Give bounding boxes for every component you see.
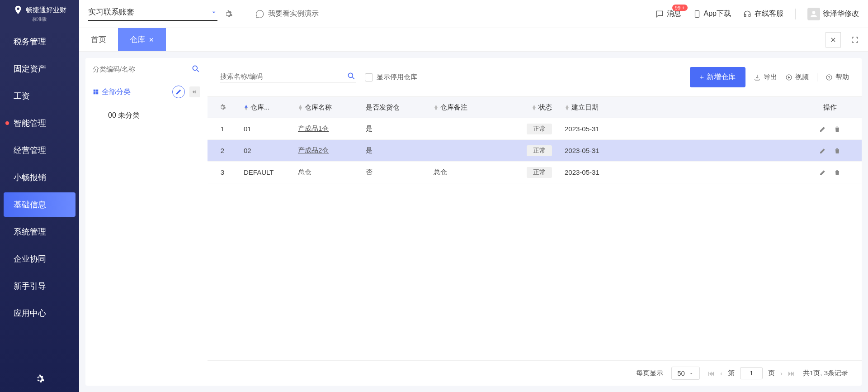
- warehouse-link[interactable]: 产成品1仓: [298, 124, 329, 133]
- search-icon[interactable]: [347, 72, 356, 81]
- sidebar-item[interactable]: 基础信息: [4, 192, 75, 217]
- settings-icon[interactable]: [224, 10, 233, 19]
- gear-icon: [35, 374, 45, 384]
- th-code[interactable]: ▲▼仓库...: [237, 103, 292, 112]
- help-icon: ?: [826, 74, 833, 81]
- prev-page-button[interactable]: ‹: [720, 369, 722, 377]
- per-page-label: 每页显示: [636, 369, 663, 378]
- sidebar-item[interactable]: 税务管理: [0, 28, 79, 55]
- sidebar-item[interactable]: 小畅报销: [0, 164, 79, 191]
- tab-home[interactable]: 首页: [79, 28, 118, 51]
- sidebar-item[interactable]: 新手引导: [0, 272, 79, 300]
- plus-icon: +: [700, 73, 704, 81]
- last-page-button[interactable]: ⏭: [788, 369, 795, 377]
- category-panel: 全部分类 00 未分类: [85, 58, 208, 386]
- sidebar-item[interactable]: 系统管理: [0, 218, 79, 245]
- page-size-select[interactable]: 50: [671, 367, 700, 380]
- sidebar-item[interactable]: 经营管理: [0, 137, 79, 164]
- svg-rect-0: [695, 10, 699, 17]
- app-download-button[interactable]: App下载: [693, 9, 731, 19]
- new-warehouse-button[interactable]: + 新增仓库: [690, 67, 745, 87]
- th-name[interactable]: ▲▼仓库名称: [292, 103, 359, 112]
- search-input[interactable]: [220, 72, 347, 80]
- brand-edition: 标准版: [32, 16, 47, 23]
- play-icon: [785, 74, 793, 81]
- sidebar-item[interactable]: 应用中心: [0, 300, 79, 327]
- show-disabled-checkbox[interactable]: 显示停用仓库: [365, 73, 417, 81]
- checkbox-icon: [365, 73, 373, 81]
- account-name: 实习联系账套: [88, 7, 134, 17]
- close-all-tabs[interactable]: [826, 32, 841, 48]
- table-row[interactable]: 1 01 产成品1仓 是 正常 2023-05-31: [208, 118, 862, 140]
- category-all[interactable]: 全部分类: [93, 87, 168, 97]
- demo-link[interactable]: 我要看实例演示: [255, 9, 319, 19]
- help-button[interactable]: ? 帮助: [826, 73, 849, 81]
- brand-logo: 畅捷通好业财 标准版: [0, 0, 79, 28]
- close-icon[interactable]: ✕: [149, 36, 154, 43]
- gear-icon: [219, 104, 226, 111]
- video-button[interactable]: 视频: [785, 73, 809, 81]
- edit-row-button[interactable]: [819, 147, 826, 154]
- delete-row-button[interactable]: [834, 169, 841, 176]
- table-row[interactable]: 3 DEFAULT 总仓 否 总仓 正常 2023-05-31: [208, 162, 862, 183]
- avatar-icon: [807, 8, 820, 20]
- grid-icon: [93, 89, 99, 95]
- phone-icon: [693, 10, 701, 19]
- edit-icon: [175, 89, 182, 95]
- search-icon[interactable]: [191, 64, 200, 73]
- th-ship: 是否发货仓: [359, 103, 427, 112]
- tab-warehouse[interactable]: 仓库 ✕: [118, 28, 166, 51]
- next-page-button[interactable]: ›: [780, 369, 783, 377]
- brand-name: 畅捷通好业财: [26, 6, 66, 14]
- edit-row-button[interactable]: [819, 169, 826, 176]
- sidebar-item[interactable]: 固定资产: [0, 55, 79, 82]
- first-page-button[interactable]: ⏮: [708, 369, 715, 377]
- th-ops: 操作: [798, 103, 862, 112]
- status-badge: 正常: [527, 124, 552, 134]
- chevron-down-icon: [689, 371, 694, 376]
- edit-row-button[interactable]: [819, 125, 826, 133]
- svg-point-2: [348, 73, 353, 77]
- pager-summary: 共1页, 3条记录: [803, 369, 848, 378]
- support-button[interactable]: 在线客服: [743, 9, 783, 19]
- delete-row-button[interactable]: [834, 125, 841, 133]
- speech-icon: [255, 10, 264, 19]
- sidebar-item[interactable]: 企业协同: [0, 245, 79, 272]
- user-menu[interactable]: 徐泽华修改: [807, 8, 859, 20]
- th-date[interactable]: ▲▼建立日期: [558, 103, 798, 112]
- chevron-down-icon: [210, 9, 217, 16]
- account-selector[interactable]: 实习联系账套: [88, 7, 217, 21]
- table-row[interactable]: 2 02 产成品2仓 是 正常 2023-05-31: [208, 140, 862, 162]
- chevron-left-icon: [192, 89, 198, 95]
- headset-icon: [743, 10, 752, 19]
- sidebar-settings[interactable]: [0, 366, 79, 392]
- fullscreen-button[interactable]: [847, 32, 863, 48]
- notification-dot: [5, 121, 9, 125]
- page-number-input[interactable]: [740, 367, 763, 379]
- category-search-input[interactable]: [93, 65, 191, 73]
- export-button[interactable]: 导出: [754, 73, 777, 81]
- status-badge: 正常: [527, 167, 552, 178]
- category-item[interactable]: 00 未分类: [85, 105, 208, 127]
- message-icon: [655, 10, 664, 19]
- column-settings[interactable]: [208, 104, 237, 111]
- delete-row-button[interactable]: [834, 147, 841, 154]
- svg-text:?: ?: [828, 75, 830, 80]
- sidebar-item[interactable]: 智能管理: [0, 110, 79, 137]
- collapse-panel-button[interactable]: [189, 86, 200, 97]
- category-edit-button[interactable]: [172, 86, 185, 98]
- message-button[interactable]: 消息 99 +: [655, 9, 681, 19]
- status-badge: 正常: [527, 145, 552, 156]
- warehouse-link[interactable]: 总仓: [298, 168, 311, 177]
- svg-point-1: [193, 66, 197, 70]
- sidebar-item[interactable]: 工资: [0, 82, 79, 110]
- sidebar: 税务管理固定资产工资智能管理经营管理小畅报销基础信息系统管理企业协同新手引导应用…: [0, 28, 79, 392]
- message-badge: 99 +: [672, 5, 688, 11]
- brand-icon: [13, 5, 23, 15]
- export-icon: [754, 74, 761, 81]
- th-status[interactable]: ▲▼状态: [495, 103, 558, 112]
- th-note[interactable]: ▲▼仓库备注: [427, 103, 495, 112]
- warehouse-link[interactable]: 产成品2仓: [298, 146, 329, 155]
